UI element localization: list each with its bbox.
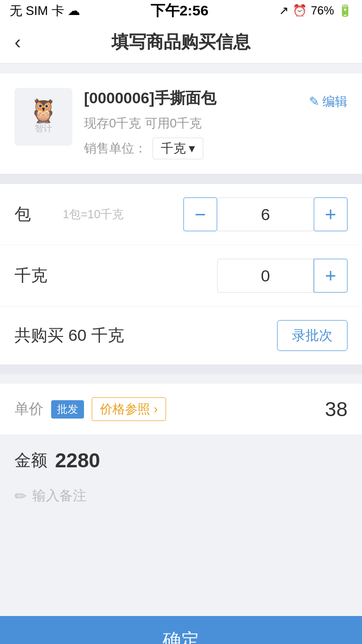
note-row[interactable]: ✏ 输入备注 xyxy=(14,482,348,510)
edit-label: 编辑 xyxy=(322,93,348,110)
status-time: 下午2:56 xyxy=(151,1,209,21)
nav-bar: ‹ 填写商品购买信息 xyxy=(0,21,362,64)
pencil-icon: ✏ xyxy=(14,488,27,504)
status-left: 无 SIM 卡 ☁ xyxy=(10,2,80,19)
status-right: ↗ ⏰ 76% 🔋 xyxy=(279,4,352,17)
battery-icon: 🔋 xyxy=(338,4,352,17)
alarm-icon: ⏰ xyxy=(292,4,307,17)
total-text: 共购买 60 千克 xyxy=(14,324,124,347)
input-section: 包 1包=10千克 − + 千克 + xyxy=(0,184,362,307)
price-value: 38 xyxy=(325,398,348,421)
kg-plus-button[interactable]: + xyxy=(314,259,348,293)
status-bar: 无 SIM 卡 ☁ 下午2:56 ↗ ⏰ 76% 🔋 xyxy=(0,0,362,21)
bao-plus-button[interactable]: + xyxy=(314,197,348,231)
bao-label: 包 xyxy=(14,203,53,225)
product-card: 🦉 智计 [0000006]手撕面包 ✎ 编辑 现存0千克 可用0千克 销售单位… xyxy=(0,73,362,174)
logo-text: 智计 xyxy=(35,123,52,134)
product-stock: 现存0千克 可用0千克 xyxy=(84,115,348,132)
amount-row: 金额 2280 xyxy=(14,449,348,472)
unit-value: 千克 xyxy=(161,140,186,157)
bao-number-control: − + xyxy=(183,197,348,231)
product-unit-row: 销售单位： 千克 ▾ xyxy=(84,138,348,159)
amount-section: 金额 2280 ✏ 输入备注 xyxy=(0,434,362,519)
kg-number-control: + xyxy=(217,259,348,293)
kg-input-row: 千克 + xyxy=(0,245,362,307)
product-image: 🦉 智计 xyxy=(14,88,72,146)
back-button[interactable]: ‹ xyxy=(14,31,21,53)
section-separator-1 xyxy=(0,174,362,184)
note-placeholder: 输入备注 xyxy=(32,487,86,505)
bao-minus-button[interactable]: − xyxy=(183,197,217,231)
edit-icon: ✎ xyxy=(309,94,320,109)
price-tag: 批发 xyxy=(51,400,84,419)
amount-value: 2280 xyxy=(55,449,100,472)
price-section: 单价 批发 价格参照 › 38 xyxy=(0,384,362,434)
price-ref-button[interactable]: 价格参照 › xyxy=(92,397,166,421)
kg-label: 千克 xyxy=(14,265,53,287)
amount-label: 金额 xyxy=(14,449,47,472)
batch-button[interactable]: 录批次 xyxy=(277,320,348,351)
spacer xyxy=(0,519,362,616)
sim-status: 无 SIM 卡 ☁ xyxy=(10,2,80,19)
bao-input[interactable] xyxy=(217,197,314,231)
product-info: [0000006]手撕面包 ✎ 编辑 现存0千克 可用0千克 销售单位： 千克 … xyxy=(84,88,348,159)
kg-input[interactable] xyxy=(217,259,314,293)
price-label: 单价 xyxy=(14,399,43,419)
edit-button[interactable]: ✎ 编辑 xyxy=(309,88,348,115)
battery-level: 76% xyxy=(311,4,334,17)
unit-select[interactable]: 千克 ▾ xyxy=(153,138,203,159)
location-icon: ↗ xyxy=(279,4,289,17)
product-name: [0000006]手撕面包 xyxy=(84,88,216,109)
unit-label: 销售单位： xyxy=(84,140,147,157)
total-row: 共购买 60 千克 录批次 xyxy=(0,307,362,364)
section-separator-2 xyxy=(0,364,362,374)
price-row: 单价 批发 价格参照 › 38 xyxy=(14,397,348,421)
page-title: 填写商品购买信息 xyxy=(111,30,251,54)
confirm-button[interactable]: 确定 xyxy=(0,616,362,644)
product-logo-icon: 🦉 xyxy=(29,99,58,123)
chevron-down-icon: ▾ xyxy=(189,141,195,156)
bao-hint: 1包=10千克 xyxy=(63,207,174,222)
bao-input-row: 包 1包=10千克 − + xyxy=(0,184,362,245)
